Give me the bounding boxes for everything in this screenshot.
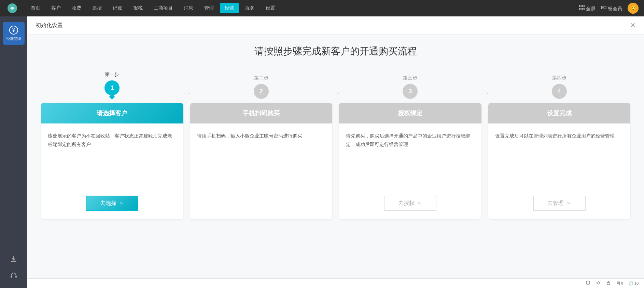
timeline-step-1: 第一步 1: [41, 71, 183, 99]
nav-item-manage[interactable]: 管理: [199, 3, 219, 13]
nav-item-operation[interactable]: 经营: [220, 3, 239, 13]
card4-footer: 去管理 ＞: [488, 190, 631, 219]
card4-body: 设置完成后可以在管理列表进行所有企业用户的经营管理: [488, 123, 631, 190]
cards-row: 请选择客户 该处展示的客户为不在回收站、客户状态正常建账后完成老板端绑定的所有客…: [41, 103, 630, 219]
svg-text:¥: ¥: [12, 27, 15, 33]
page-header: 初始化设置 ✕: [27, 16, 644, 35]
fullscreen-label: 全屏: [586, 6, 596, 11]
nav-item-invoice[interactable]: 票据: [87, 3, 107, 13]
sidebar-item-label: 经营管理: [6, 36, 21, 41]
connector-1: ›: [183, 90, 190, 96]
step-card-1: 请选择客户 该处展示的客户为不在回收站、客户状态正常建账后完成老板端绑定的所有客…: [41, 103, 183, 219]
step4-action-button[interactable]: 去管理 ＞: [533, 196, 586, 211]
nav-item-home[interactable]: 首页: [26, 3, 45, 13]
card3-header: 授权绑定: [339, 103, 481, 123]
svg-rect-2: [583, 5, 584, 7]
step3-btn-label: 去授权: [398, 200, 415, 207]
close-button[interactable]: ✕: [630, 21, 636, 29]
card2-header: 手机扫码购买: [190, 103, 333, 123]
status-bar: ▶ 完成 网 0 🕙 10: [0, 278, 644, 288]
vip-button[interactable]: 畅会员: [601, 5, 622, 12]
sidebar-item-operation[interactable]: ¥ 经营管理: [3, 22, 25, 45]
step1-circle: 1: [104, 80, 120, 95]
card1-footer: 去选择 ＞: [41, 190, 183, 219]
step4-btn-arrow: ＞: [566, 200, 571, 207]
svg-rect-12: [15, 276, 17, 278]
fullscreen-button[interactable]: 全屏: [579, 5, 596, 12]
svg-rect-10: [11, 261, 16, 262]
nav-right-area: 全屏 畅会员 😊: [579, 3, 639, 14]
step1-btn-arrow: ＞: [118, 200, 124, 207]
card1-body: 该处展示的客户为不在回收站、客户状态正常建账后完成老板端绑定的所有客户: [41, 123, 183, 190]
vip-label: 畅会员: [608, 6, 622, 11]
svg-rect-13: [607, 283, 610, 285]
shield-icon: [586, 280, 590, 286]
timeline-step-3: 第三步 3: [339, 75, 481, 99]
svg-rect-5: [601, 6, 606, 9]
steps-container: 第一步 1 › 第二步 2: [41, 71, 630, 219]
nav-item-business[interactable]: 工商项目: [149, 3, 178, 13]
sidebar-bottom: [7, 252, 20, 288]
step-card-3: 授权绑定 请先购买，购买后选择开通的产品中的企业用户进行授权绑定，成功后即可进行…: [339, 103, 481, 219]
main-heading: 请按照步骤完成新客户的开通购买流程: [41, 45, 630, 58]
nav-menu: 首页 客户 收费 票据 记账 报税 工商项目 消息 管理 经营 服务 设置: [26, 3, 579, 13]
step1-action-button[interactable]: 去选择 ＞: [86, 196, 138, 211]
svg-rect-4: [583, 8, 584, 10]
timeline-step-2: 第二步 2: [190, 75, 333, 99]
step4-btn-label: 去管理: [547, 200, 564, 207]
step3-circle: 3: [403, 84, 418, 99]
card4-header: 设置完成: [488, 103, 631, 123]
step-card-4: 设置完成 设置完成后可以在管理列表进行所有企业用户的经营管理 去管理 ＞: [488, 103, 631, 219]
card3-footer: 去授权 ＞: [339, 190, 481, 219]
svg-rect-11: [11, 276, 12, 278]
nav-item-settings[interactable]: 设置: [261, 3, 280, 13]
step-card-2: 手机扫码购买 请用手机扫码，输入小微企业主账号密码进行购买: [190, 103, 333, 219]
connector-3: ›: [481, 90, 488, 96]
step4-circle: 4: [552, 84, 567, 99]
sidebar: ¥ 经营管理: [0, 16, 27, 288]
card3-body: 请先购买，购买后选择开通的产品中的企业用户进行授权绑定，成功后即可进行经营管理: [339, 123, 481, 190]
clock-icon: 🕙 10: [629, 281, 639, 286]
step3-action-button[interactable]: 去授权 ＞: [384, 196, 436, 211]
svg-rect-1: [579, 5, 581, 7]
timeline-step-4: 第四步 4: [488, 75, 631, 99]
card2-footer: [190, 206, 333, 219]
card1-header: 请选择客户: [41, 103, 183, 123]
nav-item-fee[interactable]: 收费: [67, 3, 86, 13]
svg-rect-3: [579, 8, 581, 10]
headset-icon[interactable]: [7, 269, 20, 283]
step3-label: 第三步: [403, 75, 417, 81]
step2-label: 第二步: [254, 75, 268, 81]
top-navigation: 首页 客户 收费 票据 记账 报税 工商项目 消息 管理 经营 服务 设置 全屏…: [0, 0, 644, 16]
download-icon[interactable]: [7, 252, 20, 266]
step1-btn-label: 去选择: [100, 200, 116, 207]
yuan-icon: ¥: [9, 25, 18, 35]
step2-circle: 2: [254, 84, 269, 99]
network-icon: 网 0: [616, 281, 623, 286]
lock-icon: [606, 280, 611, 286]
user-avatar[interactable]: 😊: [628, 3, 639, 14]
app-logo: [5, 1, 19, 15]
main-content: 初始化设置 ✕ 请按照步骤完成新客户的开通购买流程 第一步 1: [27, 16, 644, 288]
nav-item-message[interactable]: 消息: [179, 3, 198, 13]
content-area: 请按照步骤完成新客户的开通购买流程 第一步 1 ›: [27, 35, 644, 288]
nav-item-service[interactable]: 服务: [240, 3, 260, 13]
nav-item-tax[interactable]: 报税: [128, 3, 148, 13]
nav-item-accounting[interactable]: 记账: [108, 3, 127, 13]
step3-btn-arrow: ＞: [417, 200, 422, 207]
nav-item-customer[interactable]: 客户: [46, 3, 66, 13]
step4-label: 第四步: [552, 75, 566, 81]
status-right: 网 0 🕙 10: [586, 280, 639, 286]
connector-2: ›: [332, 90, 339, 96]
timeline-row: 第一步 1 › 第二步 2: [41, 71, 630, 99]
page-title: 初始化设置: [36, 22, 63, 29]
volume-icon: [596, 280, 601, 286]
svg-text:😊: 😊: [630, 5, 636, 11]
card2-body: 请用手机扫码，输入小微企业主账号密码进行购买: [190, 123, 333, 206]
step1-label: 第一步: [105, 71, 119, 78]
